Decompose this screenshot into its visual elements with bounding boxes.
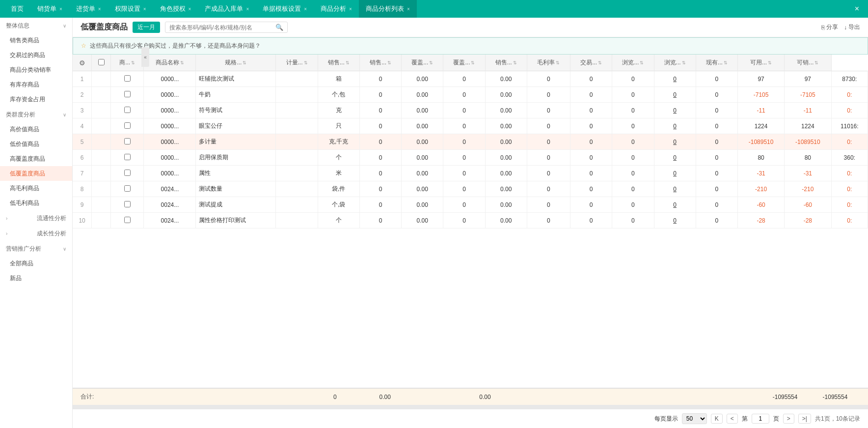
sidebar-item-sales-goods[interactable]: 销售类商品 <box>0 33 72 48</box>
col-sales-amount[interactable]: 销售...⇅ <box>359 55 401 71</box>
browse1-link[interactable]: 0 <box>673 107 677 114</box>
row-checkbox[interactable] <box>124 170 131 176</box>
sidebar-section-flow[interactable]: › 流通性分析 <box>0 210 72 226</box>
row-checkbox-cell[interactable] <box>111 181 144 197</box>
col-spec[interactable]: 规格...⇅ <box>196 55 276 71</box>
export-button[interactable]: ↓ 导出 <box>844 23 860 31</box>
sidebar-item-low-value[interactable]: 低价值商品 <box>0 137 72 151</box>
row-checkbox[interactable] <box>124 185 131 192</box>
next-page-button[interactable]: > <box>783 414 794 424</box>
row-checkbox-cell[interactable] <box>111 87 144 103</box>
row-settings-btn[interactable] <box>92 87 111 103</box>
period-button[interactable]: 近一月 <box>133 22 160 33</box>
nav-tab-sales[interactable]: 销货单 × <box>30 0 69 18</box>
close-icon[interactable]: × <box>189 6 191 12</box>
col-browse2[interactable]: 浏览...⇅ <box>654 55 696 71</box>
row-browse1[interactable]: 0 <box>654 134 696 150</box>
row-checkbox-cell[interactable] <box>111 197 144 213</box>
search-input[interactable] <box>169 24 273 31</box>
sidebar-item-new-goods[interactable]: 新品 <box>0 271 72 285</box>
nav-tab-products[interactable]: 产成品入库单 × <box>198 0 256 18</box>
nav-tab-analysis-list[interactable]: 商品分析列表 × <box>359 0 417 18</box>
row-checkbox[interactable] <box>124 217 131 223</box>
sidebar-section-cluster[interactable]: 类群度分析 ∨ <box>0 107 72 122</box>
row-checkbox[interactable] <box>124 138 131 144</box>
row-settings-btn[interactable] <box>92 150 111 166</box>
sidebar-section-growth[interactable]: › 成长性分析 <box>0 226 72 241</box>
sidebar-item-low-margin[interactable]: 低毛利商品 <box>0 196 72 210</box>
browse1-link[interactable]: 0 <box>673 154 677 161</box>
row-browse1[interactable]: 0 <box>654 103 696 118</box>
browse1-link[interactable]: 0 <box>673 186 677 193</box>
row-browse1[interactable]: 0 <box>654 166 696 181</box>
row-browse1[interactable]: 0 <box>654 197 696 213</box>
col-browse1[interactable]: 浏览...⇅ <box>612 55 654 71</box>
col-code[interactable]: 商...⇅ <box>111 55 144 71</box>
last-page-button[interactable]: >| <box>798 414 811 424</box>
browse1-link[interactable]: 0 <box>673 170 677 177</box>
col-name[interactable]: 商品名称⇅ <box>144 55 196 71</box>
page-input[interactable] <box>752 414 769 424</box>
browse1-link[interactable]: 0 <box>673 76 677 83</box>
sidebar-section-overall[interactable]: 整体信息 ∨ <box>0 18 72 33</box>
row-settings-btn[interactable] <box>92 134 111 150</box>
close-icon[interactable]: × <box>349 6 352 12</box>
horizontal-scrollbar[interactable] <box>73 405 868 409</box>
close-icon[interactable]: × <box>246 6 249 12</box>
col-coverage1[interactable]: 覆盖...⇅ <box>402 55 443 71</box>
row-checkbox[interactable] <box>124 91 131 97</box>
row-settings-btn[interactable] <box>92 213 111 228</box>
close-icon[interactable]: × <box>98 6 101 12</box>
col-sales-count[interactable]: 销售...⇅ <box>318 55 359 71</box>
sidebar-item-category-rate[interactable]: 商品分类动销率 <box>0 62 72 77</box>
col-coverage2[interactable]: 覆盖...⇅ <box>443 55 485 71</box>
settings-icon[interactable]: ⚙ <box>79 59 85 67</box>
nav-tab-home[interactable]: 首页 <box>4 0 30 18</box>
col-available[interactable]: 可用...⇅ <box>737 55 784 71</box>
share-button[interactable]: ⎘ 分享 <box>821 23 838 31</box>
col-trade[interactable]: 交易...⇅ <box>570 55 612 71</box>
row-settings-btn[interactable] <box>92 71 111 87</box>
row-checkbox-cell[interactable] <box>111 213 144 228</box>
browse1-link[interactable]: 0 <box>673 217 677 224</box>
row-checkbox-cell[interactable] <box>111 103 144 118</box>
row-settings-btn[interactable] <box>92 166 111 181</box>
col-current[interactable]: 现有...⇅ <box>696 55 737 71</box>
row-settings-btn[interactable] <box>92 103 111 118</box>
sidebar-item-all-goods[interactable]: 全部商品 <box>0 256 72 271</box>
row-checkbox[interactable] <box>124 75 131 82</box>
select-all-checkbox[interactable] <box>98 59 105 65</box>
row-checkbox[interactable] <box>124 201 131 207</box>
close-icon[interactable]: × <box>59 6 62 12</box>
sidebar-item-high-margin[interactable]: 高毛利商品 <box>0 181 72 196</box>
row-browse1[interactable]: 0 <box>654 181 696 197</box>
row-checkbox[interactable] <box>124 107 131 113</box>
sidebar-collapse-button[interactable]: « <box>141 47 149 67</box>
row-checkbox-cell[interactable] <box>111 150 144 166</box>
row-checkbox-cell[interactable] <box>111 71 144 87</box>
col-checkbox[interactable] <box>92 55 111 71</box>
sidebar-item-traded-goods[interactable]: 交易过的商品 <box>0 48 72 62</box>
row-checkbox[interactable] <box>124 122 131 129</box>
col-gross-rate[interactable]: 毛利率⇅ <box>527 55 570 71</box>
close-icon[interactable]: × <box>143 6 146 12</box>
col-sales-xxx[interactable]: 销售...⇅ <box>485 55 527 71</box>
row-checkbox-cell[interactable] <box>111 134 144 150</box>
browse1-link[interactable]: 0 <box>673 123 677 130</box>
per-page-select[interactable]: 50 20 100 200 <box>682 413 707 424</box>
row-checkbox-cell[interactable] <box>111 118 144 134</box>
nav-tab-templates[interactable]: 单据模板设置 × <box>256 0 314 18</box>
sidebar-item-stocked-goods[interactable]: 有库存商品 <box>0 77 72 92</box>
row-settings-btn[interactable] <box>92 181 111 197</box>
close-all-button[interactable]: × <box>850 4 864 13</box>
row-browse1[interactable]: 0 <box>654 213 696 228</box>
browse1-link[interactable]: 0 <box>673 139 677 145</box>
sidebar-item-high-value[interactable]: 高价值商品 <box>0 122 72 137</box>
sidebar-item-capital[interactable]: 库存资金占用 <box>0 92 72 107</box>
row-settings-btn[interactable] <box>92 197 111 213</box>
row-browse1[interactable]: 0 <box>654 87 696 103</box>
nav-tab-permissions[interactable]: 权限设置 × <box>108 0 153 18</box>
row-browse1[interactable]: 0 <box>654 150 696 166</box>
row-browse1[interactable]: 0 <box>654 71 696 87</box>
sidebar-item-low-coverage[interactable]: 低覆盖度商品 <box>0 166 72 181</box>
